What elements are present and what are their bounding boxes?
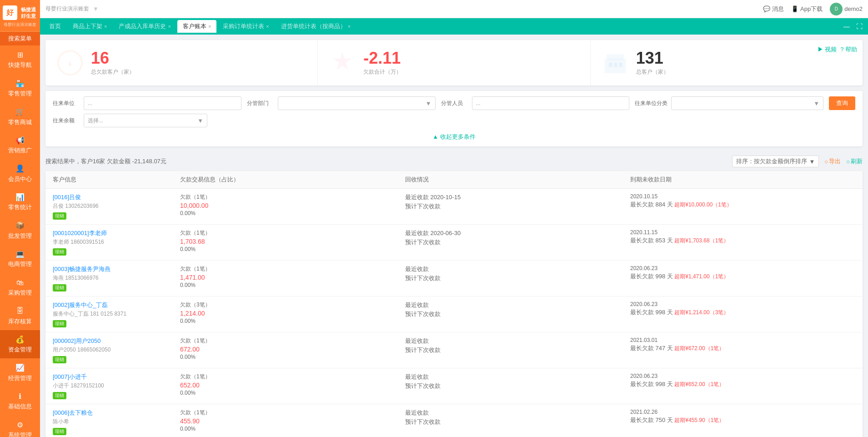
customer-name-0[interactable]: [0016]吕俊 (53, 193, 180, 201)
filter-dept-input[interactable]: ▼ (278, 96, 436, 110)
sidebar-item-huiyuan[interactable]: 👤 会员中心 (0, 159, 40, 188)
overdue-amount-4[interactable]: 超期¥672.00（1笔） (674, 345, 724, 352)
tab-goods-stats[interactable]: 进货单统计表（按商品） × (276, 20, 356, 33)
customer-name-6[interactable]: [0006]去下粮仓 (53, 409, 180, 417)
close-tab-purchase[interactable]: × (266, 24, 269, 29)
debt-amount-4[interactable]: 672.00 (180, 346, 405, 353)
customer-tag-5: 现销 (53, 392, 66, 399)
customer-name-4[interactable]: [000002]用户2050 (53, 337, 180, 345)
customer-tag-0: 现销 (53, 212, 66, 220)
sidebar-item-xitong[interactable]: ⚙ 系统管理 (0, 416, 40, 437)
close-tab-customer[interactable]: × (208, 24, 211, 29)
last-collect-5: 最近收款 (405, 373, 630, 381)
sidebar-item-lingtongji[interactable]: 📊 零售统计 (0, 188, 40, 216)
debt-percent-4: 0.00% (180, 354, 405, 360)
overdue-amount-5[interactable]: 超期¥652.00（1笔） (674, 381, 724, 387)
sidebar-item-jingying[interactable]: 📈 经营管理 (0, 358, 40, 387)
tab-product-shelf[interactable]: 商品上下架 × (67, 20, 112, 33)
last-collect-0: 最近收款 2020-10-15 (405, 193, 630, 201)
minimize-btn[interactable]: — (842, 22, 852, 31)
filter-balance-input[interactable]: 选择... ▼ (84, 114, 207, 127)
filter-wanglai: 往来单位 ... (53, 96, 241, 110)
recovery-info-3: 最近收款 预计下次收款 (405, 301, 630, 318)
overdue-date-1: 2020.11.15 (630, 229, 855, 236)
debt-info-1: 欠款（1笔） 1,703.68 0.00% (180, 229, 405, 252)
tab-production-history[interactable]: 产成品入库单历史 × (113, 20, 176, 33)
table-row: [0003]畅捷服务尹海燕 海燕 18513066976 现销 欠款（1笔） 1… (45, 261, 863, 296)
sort-select[interactable]: 排序：按欠款金额倒序排序 ▼ (732, 156, 819, 167)
lingshangcheng-icon: 🛒 (2, 107, 38, 117)
filter-person-input[interactable]: ... (472, 96, 630, 110)
collapse-btn[interactable]: ▲ 收起更多条件 (53, 131, 855, 141)
sidebar: 好 畅捷通好生意 母婴行业演示账套 搜索菜单 ⊞ 快捷导航 🏪 零售管理 🛒 (0, 0, 40, 437)
overdue-amount-2[interactable]: 超期¥1,471.00（1笔） (674, 273, 729, 280)
sidebar-item-zijin[interactable]: 💰 资金管理 (0, 330, 40, 359)
help-btn[interactable]: ? 帮助 (840, 45, 857, 54)
sidebar-item-jichu[interactable]: ℹ 基础信息 (0, 387, 40, 416)
debt-count-0: 欠款（1笔） (180, 193, 405, 201)
debt-amount-0[interactable]: 10,000.00 (180, 202, 405, 209)
topbar-left: 母婴行业演示账套 ▼ (45, 5, 99, 13)
maximize-btn[interactable]: ⛶ (854, 22, 864, 31)
overdue-amount-6[interactable]: 超期¥455.90（1笔） (674, 417, 724, 423)
customer-name-3[interactable]: [0002]服务中心_丁磊 (53, 301, 180, 309)
sidebar-item-pifa[interactable]: 📦 批发管理 (0, 216, 40, 245)
tab-customer-account[interactable]: 客户账本 × (177, 20, 216, 33)
close-tab-goods[interactable]: × (348, 24, 351, 29)
sidebar-item-lingshouguan[interactable]: 🏪 零售管理 (0, 74, 40, 103)
svg-rect-5 (609, 63, 612, 67)
huiyuan-icon: 👤 (2, 164, 38, 174)
sidebar-item-yingxiao[interactable]: 📢 营销推广 (0, 131, 40, 160)
svg-text:¥: ¥ (69, 61, 72, 67)
message-btn[interactable]: 💬 消息 (763, 5, 784, 13)
col-overdue: 到期未收款日期 (630, 176, 855, 184)
caigou-icon: 🛍 (2, 278, 38, 288)
last-collect-3: 最近收款 (405, 301, 630, 309)
debt-amount-3[interactable]: 1,214.00 (180, 310, 405, 317)
sort-dropdown-icon: ▼ (809, 158, 815, 165)
user-profile[interactable]: D demo2 (830, 3, 863, 15)
sidebar-item-caigou[interactable]: 🛍 采购管理 (0, 273, 40, 302)
tab-home[interactable]: 首页 (44, 20, 66, 33)
overdue-date-4: 2021.03.01 (630, 337, 855, 343)
last-collect-6: 最近收款 (405, 409, 630, 417)
sidebar-item-dianshang[interactable]: 💻 电商管理 (0, 245, 40, 273)
lingshouguan-icon: 🏪 (2, 79, 38, 89)
tab-purchase-stats[interactable]: 采购订单统计表 × (217, 20, 274, 33)
overdue-days-1: 最长欠款 853 天 超期¥1,703.68（1笔） (630, 236, 855, 245)
debt-amount-5[interactable]: 652.00 (180, 382, 405, 389)
filter-category-input[interactable]: ▼ (671, 96, 823, 110)
export-button[interactable]: ○ 导出 (824, 157, 841, 166)
customer-name-1[interactable]: [0001020001]李老师 (53, 229, 180, 237)
overdue-amount-1[interactable]: 超期¥1,703.68（1笔） (674, 237, 729, 244)
app-download-btn[interactable]: 📱 App下载 (791, 5, 823, 13)
kuaijie-icon: ⊞ (2, 50, 38, 60)
stat-total-label: 总客户（家） (636, 68, 852, 76)
query-button[interactable]: 查询 (829, 96, 855, 110)
message-icon: 💬 (763, 5, 770, 12)
sidebar-item-kuaijie[interactable]: ⊞ 快捷导航 (0, 45, 40, 74)
customer-name-5[interactable]: [0007]小进千 (53, 373, 180, 381)
debt-amount-1[interactable]: 1,703.68 (180, 238, 405, 245)
sidebar-item-lingshangcheng[interactable]: 🛒 零售商城 (0, 102, 40, 131)
close-tab-production[interactable]: × (168, 24, 171, 29)
filter-wanglai-input[interactable]: ... (84, 96, 241, 110)
customer-phone-2: 海燕 18513066976 (53, 274, 180, 282)
sidebar-item-kucun[interactable]: 🗄 库存核算 (0, 301, 40, 330)
refresh-button[interactable]: ○ 刷新 (846, 157, 863, 166)
overdue-amount-0[interactable]: 超期¥10,000.00（1笔） (674, 201, 732, 208)
refresh-icon: ○ (846, 158, 850, 165)
search-menu-btn[interactable]: 搜索菜单 (0, 32, 40, 45)
overdue-amount-3[interactable]: 超期¥1,214.00（3笔） (674, 309, 729, 316)
col-customer: 客户信息 (53, 176, 180, 184)
close-tab-product-shelf[interactable]: × (104, 24, 107, 29)
debt-amount-6[interactable]: 455.90 (180, 417, 405, 425)
filter-fenguan-dept: 分管部门 ▼ (247, 96, 436, 110)
customer-phone-4: 用户2050 18665062050 (53, 346, 180, 354)
recovery-info-6: 最近收款 预计下次收款 (405, 409, 630, 426)
customer-name-2[interactable]: [0003]畅捷服务尹海燕 (53, 265, 180, 273)
customer-tag-4: 现销 (53, 356, 66, 363)
customer-info-6: [0006]去下粮仓 陈小希 现销 (53, 409, 180, 435)
video-btn[interactable]: ▶ 视频 (818, 45, 837, 54)
debt-amount-2[interactable]: 1,471.00 (180, 274, 405, 281)
